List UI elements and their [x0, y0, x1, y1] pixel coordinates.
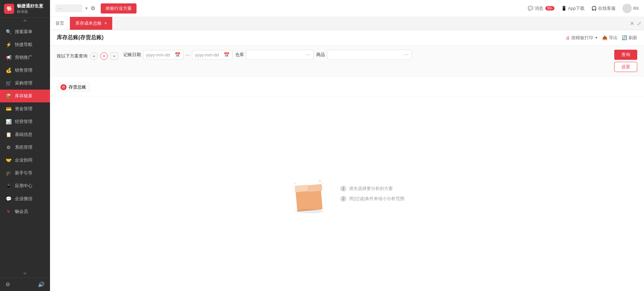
sidebar-item-finance[interactable]: 💳 资金管理 [0, 102, 50, 115]
sidebar-item-enterprise[interactable]: 🤝 企业协同 [0, 154, 50, 167]
product-select[interactable]: ··· [327, 50, 412, 60]
warehouse-field-group: 仓库 ··· [235, 50, 314, 60]
warehouse-more-icon: ··· [306, 52, 311, 58]
export-label: 导出 [609, 35, 618, 41]
hint2-text: 用[过滤]条件来缩小分析范围 [349, 196, 404, 202]
filter-delete-btn[interactable]: × [100, 52, 108, 60]
user-item[interactable]: Rit [622, 4, 639, 13]
sidebar-item-system[interactable]: ⚙ 系统管理 [0, 141, 50, 154]
svg-rect-2 [295, 185, 308, 192]
sidebar-item-inventory[interactable]: 📦 库存核算 [0, 90, 50, 102]
scheme-tag-icon: 存 [60, 84, 67, 90]
svg-point-5 [319, 180, 321, 182]
tab-expand-icon[interactable]: ⤢ [637, 20, 641, 27]
version-label: 标准版 [17, 9, 43, 14]
industry-btn[interactable]: 体验行业方案 [101, 3, 137, 14]
user-name: Rit [633, 6, 639, 11]
sidebar-item-label-shortcut: 快捷导航 [15, 42, 32, 48]
page-header: 库存总账(存货总账) 🖨 按模板打印 ▼ 📤 导出 🔄 刷新 [50, 30, 644, 46]
sidebar-item-wechat[interactable]: 💬 企业微信 [0, 192, 50, 205]
sidebar-item-operation[interactable]: 📊 经营管理 [0, 115, 50, 128]
breadcrumb-text: ··· [55, 4, 82, 12]
warehouse-select[interactable]: ··· [246, 50, 314, 60]
print-btn[interactable]: 🖨 按模板打印 ▼ [566, 35, 598, 41]
finance-icon: 💳 [5, 106, 11, 112]
guide-icon: 🎓 [5, 170, 11, 176]
sidebar: 畅 畅捷通好生意 标准版 🔍 搜索菜单 ⚡ 快捷导航 📢 营销推广 💰 销售管理… [0, 0, 50, 291]
tab-home[interactable]: 首页 [50, 17, 70, 30]
app-icon: 📱 [561, 6, 567, 11]
filter-add-btn[interactable]: + [90, 52, 98, 60]
headset-icon: 🎧 [591, 6, 597, 11]
product-field-group: 商品 ··· [316, 50, 412, 60]
page-title: 库存总账(存货总账) [57, 34, 104, 41]
speaker-bottom-icon[interactable]: 🔊 [38, 281, 45, 288]
tab-inventory-ledger[interactable]: 库存成本总账 × [70, 17, 113, 30]
export-btn[interactable]: 📤 导出 [602, 35, 618, 41]
topbar-settings-icon[interactable]: ⚙ [91, 5, 95, 11]
purchase-icon: 🛒 [5, 80, 11, 86]
export-icon: 📤 [602, 35, 608, 40]
tab-label-inventory-ledger: 库存成本总账 [75, 20, 102, 26]
date-start-input[interactable]: yyyy-mm-dd 📅 [143, 50, 183, 59]
brand-name: 畅捷通好生意 [17, 3, 43, 9]
empty-text: 1 请先选择要分析的方案 2 用[过滤]条件来缩小分析范围 [340, 186, 404, 202]
query-btn[interactable]: 查询 [614, 50, 637, 60]
print-icon: 🖨 [566, 35, 570, 40]
topbar-breadcrumb: ··· ▼ ⚙ 体验行业方案 [55, 3, 528, 14]
refresh-btn[interactable]: 🔄 刷新 [622, 35, 637, 41]
empty-state: 1 请先选择要分析的方案 2 用[过滤]条件来缩小分析范围 [50, 96, 644, 291]
sidebar-item-sales[interactable]: 💰 销售管理 [0, 64, 50, 77]
scheme-tag[interactable]: 存 存货总账 [57, 82, 90, 92]
filter-fields: 记账日期 yyyy-mm-dd 📅 — yyyy-mm-dd 📅 仓库 [123, 50, 609, 60]
operation-icon: 📊 [5, 119, 11, 125]
user-avatar [622, 4, 632, 13]
sidebar-item-member[interactable]: V 畅会员 [0, 205, 50, 218]
app-download-item[interactable]: 📱 App下载 [561, 5, 585, 11]
sidebar-item-label-inventory: 库存核算 [15, 93, 32, 99]
breadcrumb-arrow-icon: ▼ [84, 6, 89, 11]
system-icon: ⚙ [5, 144, 11, 150]
filter-collapse-btn[interactable]: « [110, 52, 118, 60]
settings-bottom-icon[interactable]: ⚙ [5, 281, 10, 288]
message-item[interactable]: 💬 消息 99+ [528, 5, 554, 11]
date-end-input[interactable]: yyyy-mm-dd 📅 [192, 50, 232, 59]
shortcut-icon: ⚡ [5, 42, 11, 48]
step1-num: 1 [340, 186, 346, 192]
sidebar-item-label-basic: 基础信息 [15, 131, 32, 138]
filter-actions: 查询 设置 [614, 50, 637, 72]
sidebar-item-shortcut[interactable]: ⚡ 快捷导航 [0, 38, 50, 51]
print-dropdown-icon: ▼ [595, 36, 598, 40]
scroll-up-indicator [0, 18, 50, 24]
warehouse-field-label: 仓库 [235, 52, 244, 58]
sidebar-item-label-guide: 新手引导 [15, 170, 32, 176]
topbar: ··· ▼ ⚙ 体验行业方案 💬 消息 99+ 📱 App下载 🎧 在线客服 R… [50, 0, 644, 17]
tab-close-icon[interactable]: × [104, 21, 107, 26]
empty-hint-2: 2 用[过滤]条件来缩小分析范围 [340, 196, 404, 202]
logo-icon: 畅 [4, 4, 14, 14]
sidebar-item-guide[interactable]: 🎓 新手引导 [0, 167, 50, 179]
sidebar-item-appstore[interactable]: 📱 应用中心 [0, 179, 50, 192]
sidebar-item-purchase[interactable]: 🛒 采购管理 [0, 77, 50, 90]
empty-hint-1: 1 请先选择要分析的方案 [340, 186, 404, 192]
sidebar-item-label-finance: 资金管理 [15, 106, 32, 112]
date-field-group: 记账日期 yyyy-mm-dd 📅 — yyyy-mm-dd 📅 [123, 50, 232, 59]
refresh-icon: 🔄 [622, 35, 627, 40]
refresh-label: 刷新 [628, 35, 637, 41]
wechat-icon: 💬 [5, 196, 11, 202]
sidebar-item-label-member: 畅会员 [15, 209, 28, 215]
basic-icon: 📋 [5, 131, 11, 138]
product-field-label: 商品 [316, 52, 325, 58]
product-more-icon: ··· [404, 52, 408, 58]
sidebar-item-search[interactable]: 🔍 搜索菜单 [0, 25, 50, 38]
message-badge: 99+ [545, 6, 554, 10]
sidebar-item-label-system: 系统管理 [15, 144, 32, 150]
service-item[interactable]: 🎧 在线客服 [591, 5, 616, 11]
sidebar-item-marketing[interactable]: 📢 营销推广 [0, 51, 50, 64]
sidebar-item-label-wechat: 企业微信 [15, 196, 32, 202]
sales-icon: 💰 [5, 67, 11, 73]
sidebar-item-basic[interactable]: 📋 基础信息 [0, 128, 50, 141]
enterprise-icon: 🤝 [5, 157, 11, 163]
filter-settings-btn[interactable]: 设置 [614, 62, 637, 72]
tab-panel-close-icon[interactable]: ✕ [630, 20, 634, 27]
